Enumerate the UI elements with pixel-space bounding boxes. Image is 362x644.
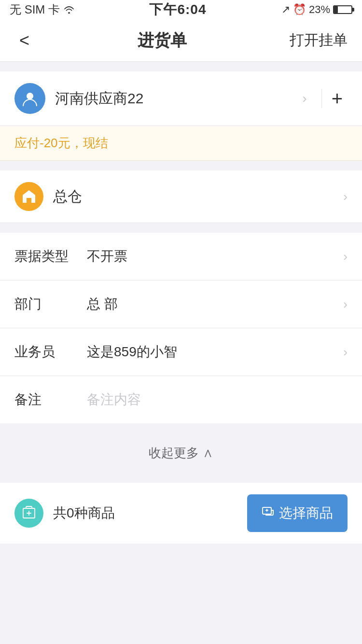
product-bar: 共0种商品 选择商品 xyxy=(0,483,362,544)
supplier-avatar xyxy=(14,83,45,114)
notice-bar: 应付-20元，现结 xyxy=(0,126,362,161)
supplier-section: 河南供应商22 › + 应付-20元，现结 xyxy=(0,71,362,161)
supplier-name: 河南供应商22 xyxy=(55,89,302,109)
vertical-divider xyxy=(321,89,322,108)
svg-point-0 xyxy=(27,93,33,99)
page-title: 进货单 xyxy=(138,29,187,52)
collapse-label: 收起更多 ∧ xyxy=(149,446,213,460)
section-gap-1 xyxy=(0,62,362,71)
battery-icon xyxy=(333,5,352,14)
supplier-chevron-icon: › xyxy=(302,91,306,106)
wifi-icon xyxy=(64,6,74,14)
back-button[interactable]: < xyxy=(14,26,34,56)
collapse-button[interactable]: 收起更多 ∧ xyxy=(0,433,362,473)
ticket-type-chevron-icon: › xyxy=(343,249,348,264)
open-pending-button[interactable]: 打开挂单 xyxy=(290,30,348,50)
carrier-label: 无 SIM 卡 xyxy=(10,2,60,17)
ticket-type-label: 票据类型 xyxy=(14,247,72,266)
add-button[interactable]: + xyxy=(327,88,348,110)
select-product-icon xyxy=(262,505,274,521)
salesman-value: 这是859的小智 xyxy=(87,343,338,361)
warehouse-name: 总仓 xyxy=(53,187,338,207)
select-product-label: 选择商品 xyxy=(279,504,333,522)
department-row[interactable]: 部门 总 部 › xyxy=(0,280,362,328)
department-value: 总 部 xyxy=(87,295,338,313)
salesman-row[interactable]: 业务员 这是859的小智 › xyxy=(0,328,362,376)
remark-row[interactable]: 备注 备注内容 xyxy=(0,376,362,423)
ticket-type-value: 不开票 xyxy=(87,247,338,266)
form-section: 票据类型 不开票 › 部门 总 部 › 业务员 这是859的小智 › 备注 备注… xyxy=(0,233,362,423)
remark-label: 备注 xyxy=(14,391,72,409)
department-chevron-icon: › xyxy=(343,297,348,312)
select-product-button[interactable]: 选择商品 xyxy=(247,494,348,532)
nav-bar: < 进货单 打开挂单 xyxy=(0,19,362,62)
product-count: 共0种商品 xyxy=(53,504,247,522)
salesman-label: 业务员 xyxy=(14,343,72,361)
svg-rect-1 xyxy=(27,198,31,203)
product-icon xyxy=(14,499,43,528)
notice-text: 应付-20元，现结 xyxy=(14,136,108,150)
warehouse-chevron-icon: › xyxy=(343,189,348,204)
department-label: 部门 xyxy=(14,295,72,313)
warehouse-row[interactable]: 总仓 › xyxy=(0,170,362,223)
battery-percent: 23% xyxy=(309,3,330,16)
location-icon: ↗ xyxy=(281,3,290,16)
status-right: ↗ ⏰ 23% xyxy=(281,3,352,16)
status-bar: 无 SIM 卡 下午6:04 ↗ ⏰ 23% xyxy=(0,0,362,19)
alarm-icon: ⏰ xyxy=(293,3,306,16)
warehouse-icon xyxy=(14,182,43,211)
salesman-chevron-icon: › xyxy=(343,345,348,360)
status-left: 无 SIM 卡 xyxy=(10,2,74,17)
remark-input[interactable]: 备注内容 xyxy=(87,391,348,409)
status-time: 下午6:04 xyxy=(149,0,206,19)
ticket-type-row[interactable]: 票据类型 不开票 › xyxy=(0,233,362,280)
supplier-row[interactable]: 河南供应商22 › + xyxy=(0,71,362,126)
